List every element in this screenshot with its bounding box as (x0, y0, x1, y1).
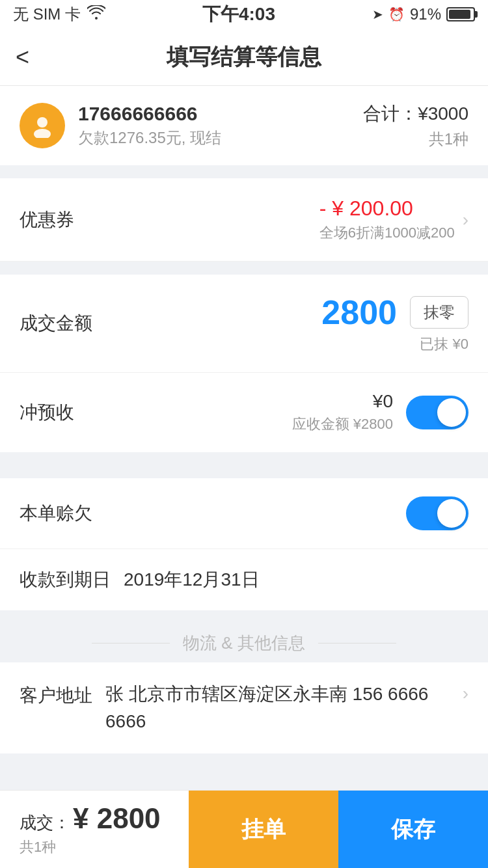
status-left: 无 SIM 卡 (13, 4, 105, 25)
save-button[interactable]: 保存 (338, 791, 488, 868)
credit-label: 本单赊欠 (20, 501, 92, 526)
address-row[interactable]: 客户地址 张 北京市市辖区海淀区永丰南 156 6666 6666 › (0, 662, 488, 753)
deal-label: 成交： (20, 811, 70, 834)
svg-point-0 (37, 117, 47, 128)
amount-label: 成交金额 (20, 311, 92, 336)
customer-info: 17666666666 欠款1276.35元, 现结 (78, 103, 221, 148)
wifi-icon (87, 5, 105, 23)
prepay-value: ¥0 (292, 391, 393, 412)
amount-section: 成交金额 2800 抹零 已抹 ¥0 冲预收 ¥0 应收金额 ¥2800 (0, 275, 488, 452)
round-button[interactable]: 抹零 (410, 296, 468, 329)
battery-icon (446, 7, 475, 21)
address-value: 张 北京市市辖区海淀区永丰南 156 6666 6666 (105, 681, 456, 735)
amount-sub: 已抹 ¥0 (321, 334, 468, 354)
bottom-left: 成交： ¥ 2800 共1种 (0, 802, 189, 857)
prepay-label: 冲预收 (20, 400, 74, 425)
status-bar: 无 SIM 卡 下午4:03 ➤ ⏰ 91% (0, 0, 488, 29)
prepay-sub: 应收金额 ¥2800 (292, 414, 393, 434)
customer-total: 合计：¥3000 共1种 (363, 102, 468, 150)
credit-toggle-knob (437, 499, 466, 528)
credit-section: 本单赊欠 收款到期日 2019年12月31日 (0, 478, 488, 610)
customer-debt: 欠款1276.35元, 现结 (78, 128, 221, 148)
nav-bar: < 填写结算等信息 (0, 29, 488, 86)
battery-percent: 91% (410, 5, 441, 23)
status-right: ➤ ⏰ 91% (372, 5, 475, 23)
customer-left: 17666666666 欠款1276.35元, 现结 (20, 103, 221, 148)
coupon-discount: - ¥ 200.00 (319, 197, 455, 221)
customer-card: 17666666666 欠款1276.35元, 现结 合计：¥3000 共1种 (0, 86, 488, 165)
carrier-text: 无 SIM 卡 (13, 4, 81, 25)
amount-right: 2800 抹零 (321, 293, 468, 332)
nav-title: 填写结算等信息 (167, 42, 321, 72)
prepay-right: ¥0 应收金额 ¥2800 (292, 391, 468, 434)
prepay-toggle[interactable] (406, 396, 468, 429)
due-date-value: 2019年12月31日 (124, 567, 260, 592)
logistics-divider: 物流 & 其他信息 (0, 623, 488, 662)
back-button[interactable]: < (16, 44, 29, 71)
coupon-chevron-icon: › (463, 210, 468, 230)
prepay-row: 冲预收 ¥0 应收金额 ¥2800 (0, 373, 488, 452)
due-date-row: 收款到期日 2019年12月31日 (0, 549, 488, 610)
due-date-label: 收款到期日 (20, 567, 111, 592)
location-icon: ➤ (372, 7, 383, 22)
logistics-label: 物流 & 其他信息 (92, 632, 396, 655)
pending-button[interactable]: 挂单 (189, 791, 338, 868)
bottom-count: 共1种 (20, 837, 169, 857)
prepay-value-block: ¥0 应收金额 ¥2800 (292, 391, 393, 434)
section-divider-1 (0, 262, 488, 275)
due-date-section: 收款到期日 2019年12月31日 (0, 549, 488, 610)
address-section: 客户地址 张 北京市市辖区海淀区永丰南 156 6666 6666 › (0, 662, 488, 753)
status-time: 下午4:03 (202, 2, 275, 27)
amount-row: 成交金额 2800 抹零 已抹 ¥0 (0, 275, 488, 373)
coupon-desc: 全场6折满1000减200 (319, 223, 455, 243)
address-chevron-icon: › (463, 681, 468, 704)
credit-row: 本单赊欠 (0, 478, 488, 549)
content: 17666666666 欠款1276.35元, 现结 合计：¥3000 共1种 … (0, 86, 488, 868)
customer-phone: 17666666666 (78, 103, 221, 125)
item-count: 共1种 (363, 129, 468, 150)
coupon-row[interactable]: 优惠券 - ¥ 200.00 全场6折满1000减200 › (0, 178, 488, 262)
avatar (20, 103, 65, 148)
svg-point-1 (34, 129, 51, 138)
total-amount: 合计：¥3000 (363, 102, 468, 126)
coupon-right: - ¥ 200.00 全场6折满1000减200 › (319, 197, 468, 243)
amount-value: 2800 (321, 293, 397, 332)
alarm-icon: ⏰ (388, 7, 405, 22)
credit-toggle[interactable] (406, 496, 468, 530)
section-divider-2 (0, 452, 488, 465)
coupon-label: 优惠券 (20, 208, 74, 232)
bottom-bar: 成交： ¥ 2800 共1种 挂单 保存 (0, 790, 488, 868)
toggle-knob (437, 398, 466, 427)
deal-amount: ¥ 2800 (73, 802, 161, 835)
address-label: 客户地址 (20, 681, 92, 708)
